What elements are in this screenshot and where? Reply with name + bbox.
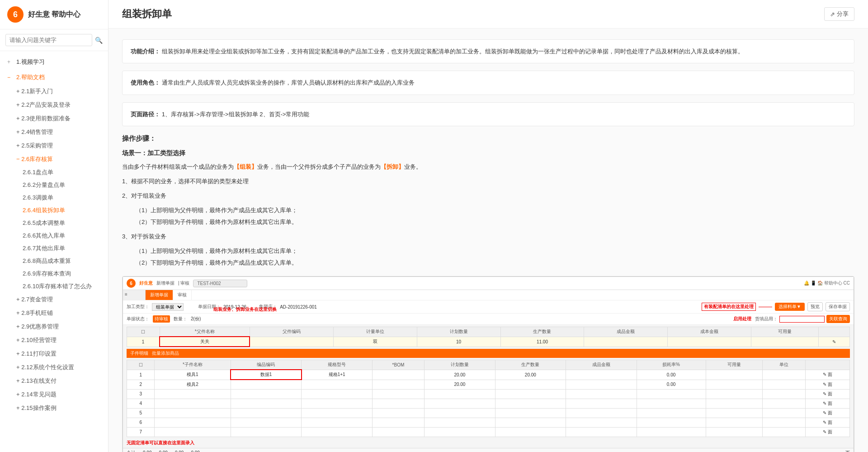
step3: 3、对于拆装业务 xyxy=(122,231,854,243)
mock-topbar-id: TEST-H002 xyxy=(193,280,247,287)
sidebar-item-mgmt[interactable]: + 2.10经营管理 xyxy=(0,333,108,347)
col-actions xyxy=(819,327,850,337)
sidebar-item-faq[interactable]: + 2.14常见问题 xyxy=(0,388,108,401)
sidebar-item-newuser[interactable]: + 2.1新手入门 xyxy=(0,85,108,98)
sidebar-item-case[interactable]: + 2.15操作案例 xyxy=(0,401,108,415)
steps-block: 1、根据不同的业务，选择不同单据的类型来处理 2、对于组装业务 （1）上部明细为… xyxy=(122,176,854,269)
mock-select-bill-btn[interactable]: 选择料单▼ xyxy=(775,303,805,311)
sidebar-item-stock-error[interactable]: 2.6.10库存账本错了怎么办 xyxy=(0,280,108,293)
search-input[interactable] xyxy=(5,34,92,46)
mock-type-select[interactable]: 组装单据 拆卸单据 xyxy=(152,303,184,311)
sidebar-item-stocktake[interactable]: 2.6.1盘点单 xyxy=(0,166,108,179)
table-row: 1 关关 双 10 11.00 ✎ xyxy=(127,337,850,347)
nav-section-docs: − 2.帮助文档 + 2.1新手入门 + 2.2产品安装及登录 + 2.3使用前… xyxy=(0,70,108,415)
mock-ui: 6 好生意 新增单据 | 审核 TEST-H002 🔔 📱 🏠 帮助中心 CC … xyxy=(123,276,854,452)
expand-icon-s1: + xyxy=(7,59,14,65)
info-block-role: 使用角色： 通常由生产人员或库管人员完成拆装业务的操作，库管人员确认原材料的出库… xyxy=(122,71,854,95)
search-box[interactable]: 🔍 xyxy=(0,29,108,51)
annotation2: 组装业务、拆卸业务在这里切换 xyxy=(213,306,277,313)
sidebar-item-assembly[interactable]: 2.6.4组装拆卸单 xyxy=(0,204,108,217)
info-block-path: 页面路径： 1、库存核算->库存管理->组装拆卸单 2、首页->常用功能 xyxy=(122,102,854,126)
sidebar-item-stock-ledger[interactable]: 2.6.9库存账本查询 xyxy=(0,267,108,280)
mock-preview-btn[interactable]: 预览 xyxy=(807,302,823,311)
sidebar: 6 好生意 帮助中心 🔍 + 1.视频学习 − 2.帮助文档 + 2.1新手入门 xyxy=(0,0,108,452)
col-parent-name: *父件名称 xyxy=(160,327,250,337)
mock-footer-label: 合计 xyxy=(127,450,136,452)
mock-top-table: ☐ *父件名称 父件编码 计量单位 计划数量 生产数量 成品金额 成本金额 可用… xyxy=(127,327,850,347)
sidebar-item-other-in[interactable]: 2.6.6其他入库单 xyxy=(0,229,108,242)
table-row: 5✎ 面 xyxy=(127,408,850,418)
sidebar-item-install[interactable]: + 2.2产品安装及登录 xyxy=(0,98,108,112)
mock-save-btn[interactable]: 保存单据 xyxy=(826,302,850,311)
col-unit: 计量单位 xyxy=(333,327,417,337)
sidebar-logo: 6 好生意 帮助中心 xyxy=(0,0,108,29)
sidebar-item-partial-stocktake[interactable]: 2.6.2分量盘点单 xyxy=(0,179,108,191)
sidebar-item-payment[interactable]: + 2.13在线支付 xyxy=(0,374,108,388)
mock-icons: 🔔 📱 🏠 帮助中心 CC xyxy=(804,280,850,286)
sidebar-item-customize[interactable]: + 2.12系统个性化设置 xyxy=(0,361,108,374)
mock-search-btn[interactable]: 关联查询 xyxy=(826,315,850,323)
sidebar-item-video-learning[interactable]: + 1.视频学习 xyxy=(0,55,108,69)
mock-type-label: 加工类型： xyxy=(127,304,149,310)
sidebar-item-print[interactable]: + 2.11打印设置 xyxy=(0,347,108,361)
col-plan-qty: 计划数量 xyxy=(417,327,500,337)
sidebar-item-finance[interactable]: + 2.7资金管理 xyxy=(0,293,108,306)
annotation1: 有装配清单的在这里处理 xyxy=(702,303,756,311)
mock-search-row: 货填品用： 关联查询 xyxy=(755,315,850,323)
sidebar-item-transfer[interactable]: 2.6.3调拨单 xyxy=(0,191,108,204)
table-row: 2 模具2 20.00 0.00 xyxy=(127,380,850,389)
step2-sub1: （1）上部明细为父件明细，最终作为产成品生成其它入库单； xyxy=(136,205,854,216)
mock-qty-label: 数量： xyxy=(174,316,187,322)
role-label: 使用角色： xyxy=(131,79,160,86)
sidebar-item-other-out[interactable]: 2.6.7其他出库单 xyxy=(0,242,108,255)
sidebar-item-inventory[interactable]: − 2.6库存核算 xyxy=(0,152,108,166)
page-title: 组装拆卸单 xyxy=(122,7,172,21)
info-block-intro: 功能介绍： 组装拆卸单用来处理企业组装或拆卸等加工业务，支持有固定装配清单的产品… xyxy=(122,39,854,63)
mock-logo: 6 xyxy=(127,279,136,288)
mock-qty-value: 2(份) xyxy=(191,316,201,322)
scene1-title: 场景一：加工类型选择 xyxy=(122,149,854,157)
mock-bill-value: AD-20191226-001 xyxy=(280,305,317,309)
arrow1 xyxy=(759,307,772,307)
scene1-intro: 当由多个子件材料组装成一个成品的业务为【组装】业务，当由一个父件拆分成多个子产品… xyxy=(122,161,854,173)
mock-status-label: 单据状态： xyxy=(127,316,149,322)
sidebar-item-cost-recalc[interactable]: 2.6.8商品成本重算 xyxy=(0,255,108,267)
sidebar-item-data-prep[interactable]: + 2.3使用前数据准备 xyxy=(0,112,108,125)
mock-top-table-wrapper: ☐ *父件名称 父件编码 计量单位 计划数量 生产数量 成品金额 成本金额 可用… xyxy=(127,327,850,347)
mock-nav: ≡ 新增单据 审核 xyxy=(123,290,854,300)
sidebar-item-sales[interactable]: + 2.4销售管理 xyxy=(0,125,108,139)
mock-search-input[interactable] xyxy=(779,316,825,323)
mock-tab-new: 新增单据 xyxy=(146,290,173,300)
search-icon[interactable]: 🔍 xyxy=(95,37,103,44)
share-icon: ⇗ xyxy=(830,11,835,18)
mock-tab-review: 审核 xyxy=(173,290,192,300)
share-button[interactable]: ⇗ 分享 xyxy=(824,7,854,21)
col-checkbox: ☐ xyxy=(127,327,160,337)
operations-title: 操作步骤： xyxy=(122,134,854,143)
table-row: 3✎ 面 xyxy=(127,389,850,399)
sidebar-item-help-docs[interactable]: − 2.帮助文档 xyxy=(0,70,108,85)
sidebar-item-cost-adjust[interactable]: 2.6.5成本调整单 xyxy=(0,217,108,229)
mock-topbar: 6 好生意 新增单据 | 审核 TEST-H002 🔔 📱 🏠 帮助中心 CC xyxy=(123,277,854,290)
step2: 2、对于组装业务 xyxy=(122,190,854,202)
path-text: 1、库存核算->库存管理->组装拆卸单 2、首页->常用功能 xyxy=(162,111,310,118)
role-text: 通常由生产人员或库管人员完成拆装业务的操作，库管人员确认原材料的出库和产成品的入… xyxy=(162,79,415,86)
mock-sidebar-icon: ≡ xyxy=(123,290,146,300)
sidebar-item-mobile[interactable]: + 2.8手机旺铺 xyxy=(0,306,108,320)
sidebar-item-purchase[interactable]: + 2.5采购管理 xyxy=(0,139,108,152)
sidebar-item-coupon[interactable]: + 2.9优惠券管理 xyxy=(0,320,108,333)
path-label: 页面路径： xyxy=(131,111,160,118)
step3-sub1: （1）上部明细为父件明细，最终作为原材料生成其它出库单； xyxy=(136,245,854,257)
table-row: 6✎ 面 xyxy=(127,418,850,427)
table-row: 4✎ 面 xyxy=(127,399,850,408)
col-cost-amt: 成本金额 xyxy=(668,327,751,337)
intro-label: 功能介绍： xyxy=(131,48,160,55)
col-avail: 可用量 xyxy=(751,327,819,337)
mock-footer: 合计 0.00 0.00 0.00 0.00 页 xyxy=(123,448,854,452)
mock-bottom-table: ☐ *子件名称 编品编码 规格型号 *BOM 计划数量 生产数量 成品金额 损耗… xyxy=(127,360,850,437)
table-row: 7✎ 面 xyxy=(127,427,850,437)
mock-bottom-section-header: 子件明细 批量添加商品 xyxy=(127,349,850,358)
logo-icon: 6 xyxy=(7,6,24,23)
mock-app-name: 好生意 xyxy=(139,280,153,286)
annotation4: 无固定清单可以直接在这里面录入 xyxy=(123,439,854,448)
